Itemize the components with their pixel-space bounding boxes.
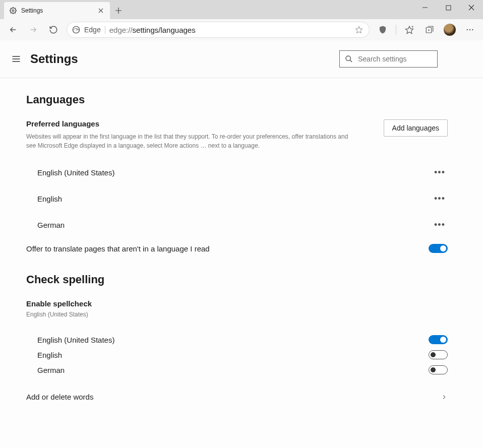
- more-actions-icon[interactable]: •••: [432, 164, 448, 180]
- languages-heading: Languages: [26, 93, 448, 106]
- toolbar-divider: [396, 25, 396, 35]
- enable-spellcheck-title: Enable spellcheck: [26, 299, 448, 308]
- spellcheck-item: English: [26, 344, 448, 359]
- spellcheck-toggle[interactable]: [429, 350, 448, 359]
- page-title: Settings: [30, 52, 331, 66]
- minimize-button[interactable]: [413, 0, 437, 15]
- svg-point-8: [472, 29, 473, 30]
- svg-point-9: [346, 56, 350, 60]
- favorites-icon[interactable]: [400, 21, 418, 39]
- search-settings-box[interactable]: [339, 50, 438, 68]
- more-actions-icon[interactable]: •••: [432, 190, 448, 207]
- translate-toggle[interactable]: [429, 244, 448, 253]
- address-bar[interactable]: Edge edge://settings/languages: [67, 22, 370, 38]
- browser-tab[interactable]: Settings: [4, 2, 110, 19]
- url-brand: Edge: [84, 26, 101, 34]
- language-item: English (United States) •••: [26, 159, 448, 185]
- favorite-star-icon[interactable]: [354, 25, 364, 35]
- preferred-languages-title: Preferred languages: [26, 119, 359, 128]
- spellcheck-lang-name: German: [37, 366, 65, 374]
- settings-header: Settings: [0, 40, 483, 78]
- add-languages-button[interactable]: Add languages: [384, 119, 448, 137]
- spellcheck-toggle[interactable]: [429, 335, 448, 344]
- window-titlebar: Settings: [0, 0, 483, 19]
- svg-marker-3: [355, 26, 362, 33]
- browser-toolbar: Edge edge://settings/languages: [0, 19, 483, 40]
- forward-button[interactable]: [24, 21, 42, 39]
- refresh-button[interactable]: [44, 21, 63, 39]
- svg-rect-1: [446, 6, 451, 10]
- profile-avatar[interactable]: [441, 21, 459, 39]
- svg-point-7: [469, 29, 470, 30]
- enable-spellcheck-sub: English (United States): [26, 311, 448, 318]
- language-name: English: [37, 195, 62, 203]
- more-actions-icon[interactable]: •••: [432, 217, 448, 233]
- spellcheck-toggle[interactable]: [429, 365, 448, 374]
- edge-logo-icon: [72, 26, 80, 34]
- spellcheck-heading: Check spelling: [26, 273, 448, 286]
- translate-toggle-row: Offer to translate pages that aren't in …: [26, 238, 448, 253]
- svg-point-6: [467, 29, 468, 30]
- add-delete-words-label: Add or delete words: [26, 393, 93, 401]
- spellcheck-lang-name: English (United States): [37, 336, 114, 344]
- url-text: edge://settings/languages: [109, 26, 350, 34]
- translate-label: Offer to translate pages that aren't in …: [26, 244, 210, 253]
- tracking-shield-icon[interactable]: [374, 21, 392, 39]
- preferred-languages-header: Preferred languages Websites will appear…: [26, 119, 448, 150]
- svg-point-0: [12, 10, 14, 12]
- tab-title: Settings: [21, 7, 97, 14]
- close-window-button[interactable]: [460, 0, 483, 15]
- separator: [105, 26, 105, 34]
- spellcheck-lang-name: English: [37, 351, 62, 359]
- close-tab-icon[interactable]: [97, 7, 105, 15]
- language-name: German: [37, 221, 65, 229]
- spellcheck-item: English (United States): [26, 329, 448, 344]
- search-settings-input[interactable]: [358, 55, 432, 63]
- settings-content: Languages Preferred languages Websites w…: [0, 78, 483, 448]
- spellcheck-item: German: [26, 359, 448, 374]
- language-name: English (United States): [37, 168, 114, 177]
- more-menu-icon[interactable]: [461, 21, 479, 39]
- svg-marker-4: [406, 26, 413, 33]
- tab-strip: Settings: [0, 0, 127, 19]
- preferred-languages-desc: Websites will appear in the first langua…: [26, 132, 359, 150]
- language-item: German •••: [26, 212, 448, 238]
- collections-icon[interactable]: [420, 21, 439, 39]
- window-controls: [413, 0, 483, 15]
- gear-icon: [9, 7, 17, 15]
- language-item: English •••: [26, 185, 448, 212]
- preferred-languages-list: English (United States) ••• English ••• …: [26, 159, 448, 238]
- chevron-right-icon: [441, 394, 448, 401]
- new-tab-button[interactable]: [110, 2, 127, 19]
- search-icon: [345, 55, 353, 63]
- maximize-button[interactable]: [437, 0, 460, 15]
- menu-icon[interactable]: [10, 53, 22, 65]
- back-button[interactable]: [4, 21, 22, 39]
- add-delete-words-row[interactable]: Add or delete words: [26, 386, 448, 401]
